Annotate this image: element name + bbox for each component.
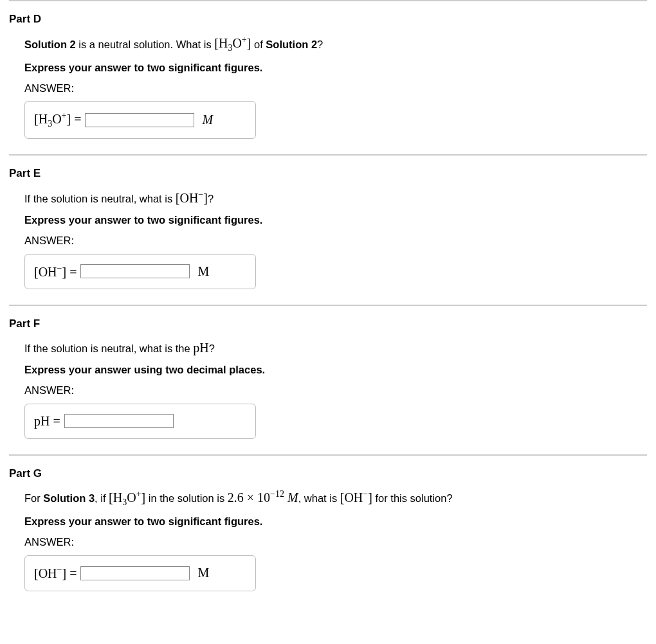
answer-input[interactable] (64, 414, 174, 428)
part-f: Part F If the solution is neutral, what … (9, 305, 647, 454)
oh-formula: [OH−] (340, 490, 372, 505)
h3o-formula: [H3O+] (214, 36, 251, 50)
part-body: For Solution 3, if [H3O+] in the solutio… (9, 488, 647, 591)
instruction: Express your answer to two significant f… (24, 514, 647, 530)
part-body: If the solution is neutral, what is [OH−… (9, 188, 647, 289)
answer-label: ANSWER: (24, 383, 647, 398)
lhs-formula: [OH−] = (34, 564, 77, 583)
h3o-formula: [H3O+] (109, 490, 145, 505)
part-d: Part D Solution 2 is a neutral solution.… (9, 0, 647, 154)
oh-formula: [OH−] (176, 191, 208, 205)
value-formula: 2.6 × 10−12 M (228, 490, 298, 505)
part-e: Part E If the solution is neutral, what … (9, 154, 647, 305)
answer-label: ANSWER: (24, 233, 647, 249)
answer-box: [OH−] = M (24, 254, 256, 290)
question-text: For Solution 3, if [H3O+] in the solutio… (24, 488, 647, 509)
answer-box: pH = (24, 404, 256, 439)
instruction: Express your answer using two decimal pl… (24, 362, 647, 378)
unit-label: M (197, 564, 209, 582)
part-title: Part D (9, 12, 647, 28)
part-title: Part F (9, 316, 647, 332)
part-title: Part G (9, 466, 647, 482)
lhs-formula: [H3O+] = (34, 109, 81, 130)
solution-ref: Solution 2 (24, 38, 76, 49)
ph-formula: pH (193, 341, 208, 355)
answer-label: ANSWER: (24, 535, 647, 550)
unit-label: M (202, 111, 213, 129)
solution-ref-2: Solution 2 (266, 38, 317, 49)
part-body: If the solution is neutral, what is the … (9, 339, 647, 439)
question-text: If the solution is neutral, what is [OH−… (24, 188, 647, 208)
part-g: Part G For Solution 3, if [H3O+] in the … (9, 454, 647, 607)
answer-box: [OH−] = M (24, 555, 256, 591)
instruction: Express your answer to two significant f… (24, 60, 647, 76)
lhs-formula: pH = (34, 412, 60, 431)
solution-ref: Solution 3 (43, 492, 95, 504)
answer-box: [H3O+] = M (24, 101, 256, 139)
answer-input[interactable] (80, 566, 190, 580)
question-text: If the solution is neutral, what is the … (24, 339, 647, 357)
instruction: Express your answer to two significant f… (24, 213, 647, 228)
question-text: Solution 2 is a neutral solution. What i… (24, 34, 647, 55)
answer-input[interactable] (85, 113, 194, 127)
unit-label: M (197, 262, 209, 281)
part-title: Part E (9, 166, 647, 182)
answer-input[interactable] (80, 264, 190, 278)
lhs-formula: [OH−] = (34, 262, 77, 282)
answer-label: ANSWER: (24, 81, 647, 96)
part-body: Solution 2 is a neutral solution. What i… (9, 34, 647, 139)
